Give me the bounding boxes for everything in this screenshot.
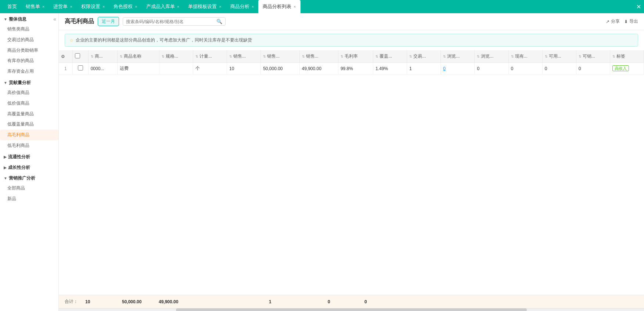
col-current-stock[interactable]: ⇅现有... <box>508 50 542 63</box>
col-settings[interactable]: ⚙ <box>59 50 72 63</box>
close-role-auth-icon[interactable]: × <box>135 4 137 9</box>
col-tag[interactable]: ⇅标签 <box>610 50 644 63</box>
scrollbar-thumb[interactable] <box>176 308 527 311</box>
row-sales-qty: 10 <box>227 63 261 75</box>
col-gross-rate[interactable]: ⇅毛利率 <box>338 50 373 63</box>
sidebar-item-sales-goods[interactable]: 销售类商品 <box>0 24 58 35</box>
col-browse2[interactable]: ⇅浏览... <box>475 50 508 63</box>
sidebar-section-growth[interactable]: ▶ 成长性分析 <box>0 162 58 172</box>
col-sales-profit[interactable]: ⇅销售... <box>299 50 338 63</box>
footer-label: 合计： <box>65 299 78 305</box>
filter-recent-month-button[interactable]: 近一月 <box>98 17 119 26</box>
sidebar-item-high-value[interactable]: 高价值商品 <box>0 87 58 98</box>
col-code[interactable]: ⇅商... <box>88 50 117 63</box>
close-product-analysis-list-icon[interactable]: × <box>294 4 296 9</box>
nav-product-analysis-list[interactable]: 商品分析列表 × <box>258 0 300 13</box>
sort-icon9: ⇅ <box>375 55 378 58</box>
row-sales-amount: 50,000.00 <box>261 63 299 75</box>
sidebar-section-marketing[interactable]: ▼ 营销推广分析 <box>0 172 58 183</box>
footer-sales-profit: 49,900.00 <box>159 299 188 304</box>
close-product-entry-icon[interactable]: × <box>177 4 179 9</box>
search-icon[interactable]: 🔍 <box>216 19 222 24</box>
sort-icon3: ⇅ <box>162 55 165 58</box>
sidebar-item-low-value[interactable]: 低价值商品 <box>0 98 58 109</box>
table-wrapper: ⚙ ⇅商... ⇅商品名称 ⇅规格... ⇅计量... ⇅销售... ⇅销售..… <box>59 50 644 295</box>
nav-role-auth[interactable]: 角色授权 × <box>109 0 141 13</box>
col-sellable-stock[interactable]: ⇅可销... <box>576 50 610 63</box>
close-template-settings-icon[interactable]: × <box>219 4 221 9</box>
export-button[interactable]: ⬇ 导出 <box>624 18 638 25</box>
sidebar-section-overall[interactable]: ▼ 整体信息 <box>0 13 58 24</box>
nav-product-entry[interactable]: 产成品入库单 × <box>142 0 184 13</box>
close-purchase-order-icon[interactable]: × <box>70 4 72 9</box>
browse1-link[interactable]: 0 <box>443 66 446 71</box>
close-sales-order-icon[interactable]: × <box>42 4 44 9</box>
nav-permission-settings[interactable]: 权限设置 × <box>77 0 109 13</box>
settings-icon: ⚙ <box>61 54 65 59</box>
col-coverage[interactable]: ⇅覆盖... <box>373 50 407 63</box>
row-browse2: 0 <box>475 63 508 75</box>
page-title: 高毛利商品 <box>65 18 94 25</box>
sort-icon12: ⇅ <box>477 55 480 58</box>
row-available-stock: 0 <box>542 63 576 75</box>
nav-template-settings[interactable]: 单据模板设置 × <box>184 0 226 13</box>
sidebar-item-low-margin[interactable]: 低毛利商品 <box>0 140 58 151</box>
share-button[interactable]: ↗ 分享 <box>606 18 620 25</box>
arrow-down-icon2: ▼ <box>4 81 7 85</box>
sort-icon13: ⇅ <box>511 55 514 58</box>
row-browse1[interactable]: 0 <box>441 63 475 75</box>
sidebar-item-category-rate[interactable]: 商品分类助销率 <box>0 45 58 56</box>
arrow-right-icon: ▶ <box>4 155 7 159</box>
sidebar-item-high-margin[interactable]: 高毛利商品 <box>0 130 58 140</box>
sidebar-collapse-icon[interactable]: « <box>53 16 56 22</box>
tag-label: 高收入 <box>612 65 629 71</box>
close-product-analysis-icon[interactable]: × <box>252 4 254 9</box>
nav-product-analysis[interactable]: 商品分析 × <box>226 0 258 13</box>
footer-sales-qty: 10 <box>85 299 115 304</box>
row-checkbox[interactable] <box>78 65 83 70</box>
data-table: ⚙ ⇅商... ⇅商品名称 ⇅规格... ⇅计量... ⇅销售... ⇅销售..… <box>59 50 644 75</box>
sidebar-item-traded-goods[interactable]: 交易过的商品 <box>0 35 58 45</box>
table-footer: 合计： 10 50,000.00 49,900.00 1 0 0 <box>59 295 644 308</box>
col-transaction[interactable]: ⇅交易... <box>407 50 441 63</box>
sort-icon16: ⇅ <box>612 55 615 58</box>
col-sales-qty[interactable]: ⇅销售... <box>227 50 261 63</box>
sidebar-item-all-goods[interactable]: 全部商品 <box>0 183 58 194</box>
nav-sales-order[interactable]: 销售单 × <box>21 0 49 13</box>
col-browse1[interactable]: ⇅浏览... <box>441 50 475 63</box>
row-unit: 个 <box>193 63 227 75</box>
row-name: 运费 <box>117 63 159 75</box>
sidebar-item-in-stock-goods[interactable]: 有库存的商品 <box>0 55 58 66</box>
sort-icon14: ⇅ <box>545 55 548 58</box>
sidebar-item-low-coverage[interactable]: 低覆盖量商品 <box>0 119 58 130</box>
sort-icon10: ⇅ <box>409 55 412 58</box>
sort-icon4: ⇅ <box>195 55 198 58</box>
col-checkbox <box>72 50 88 63</box>
search-input[interactable] <box>126 19 214 24</box>
sidebar-section-liquidity[interactable]: ▶ 流通性分析 <box>0 151 58 162</box>
nav-purchase-order[interactable]: 进货单 × <box>49 0 76 13</box>
close-permission-settings-icon[interactable]: × <box>102 4 105 9</box>
export-icon: ⬇ <box>624 19 628 24</box>
col-available-stock[interactable]: ⇅可用... <box>542 50 576 63</box>
arrow-right-icon2: ▶ <box>4 166 7 170</box>
sidebar: « ▼ 整体信息 销售类商品 交易过的商品 商品分类助销率 有库存的商品 库存资… <box>0 13 59 311</box>
sort-icon7: ⇅ <box>302 55 305 58</box>
col-sales-amount[interactable]: ⇅销售... <box>261 50 299 63</box>
col-unit[interactable]: ⇅计量... <box>193 50 227 63</box>
col-name[interactable]: ⇅商品名称 <box>117 50 159 63</box>
row-checkbox-cell <box>72 63 88 75</box>
window-close-icon[interactable]: ✕ <box>636 3 641 10</box>
sidebar-section-contribution[interactable]: ▼ 贡献量分析 <box>0 77 58 87</box>
search-box: 🔍 <box>123 17 226 26</box>
nav-home[interactable]: 首页 <box>3 0 21 13</box>
select-all-checkbox[interactable] <box>75 53 80 58</box>
horizontal-scrollbar[interactable] <box>59 308 644 311</box>
sort-icon5: ⇅ <box>229 55 232 58</box>
sidebar-item-high-coverage[interactable]: 高覆盖量商品 <box>0 109 58 119</box>
row-sales-profit: 49,900.00 <box>299 63 338 75</box>
sidebar-item-inventory-capital[interactable]: 库存资金占用 <box>0 66 58 77</box>
sidebar-item-new-goods[interactable]: 新品 <box>0 194 58 204</box>
sort-icon2: ⇅ <box>120 55 123 58</box>
col-spec[interactable]: ⇅规格... <box>159 50 193 63</box>
